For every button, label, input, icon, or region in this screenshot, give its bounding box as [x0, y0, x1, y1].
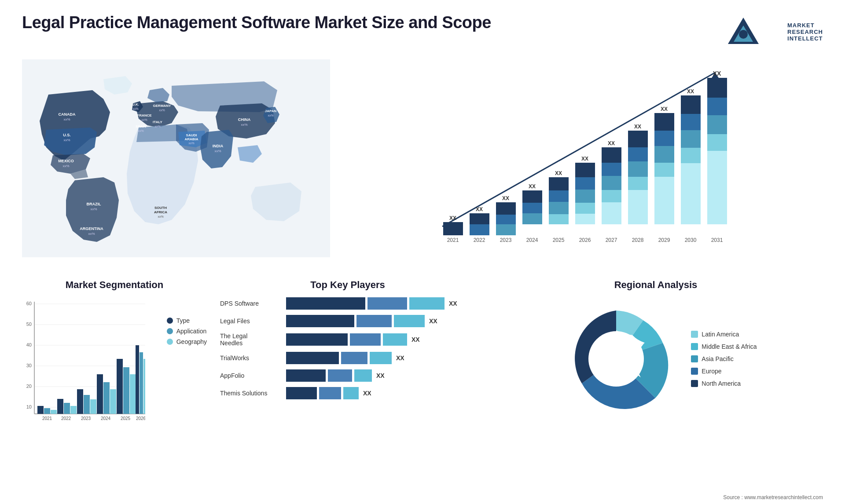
- donut-svg: [555, 297, 678, 420]
- svg-text:2029: 2029: [658, 237, 670, 243]
- svg-rect-92: [681, 148, 701, 163]
- svg-text:XX: XX: [529, 183, 536, 190]
- svg-rect-99: [707, 134, 727, 151]
- svg-rect-72: [602, 202, 621, 224]
- svg-text:2025: 2025: [121, 416, 131, 421]
- legend-type-dot: [167, 318, 173, 324]
- svg-text:xx%: xx%: [188, 142, 194, 145]
- bar-chart-svg: XX 2021 XX 2022 XX: [343, 59, 823, 253]
- player-bar-seg3-5: [354, 369, 372, 382]
- svg-rect-63: [575, 190, 595, 203]
- svg-text:xx%: xx%: [63, 117, 70, 121]
- player-xx-2: XX: [429, 318, 437, 325]
- svg-text:10: 10: [26, 404, 32, 409]
- svg-text:2023: 2023: [81, 416, 91, 421]
- svg-text:2023: 2023: [500, 237, 512, 243]
- bar-chart-container: XX 2021 XX 2022 XX: [343, 59, 823, 253]
- svg-rect-93: [681, 163, 701, 224]
- legend-application: Application: [167, 328, 207, 335]
- player-bar-1: XX: [286, 297, 475, 310]
- svg-rect-139: [143, 359, 145, 414]
- svg-rect-134: [123, 367, 129, 414]
- legend-europe: Europe: [691, 368, 757, 375]
- map-section: CANADA xx% U.S. xx% MEXICO xx% BRAZIL xx…: [22, 59, 330, 270]
- svg-rect-77: [628, 161, 648, 177]
- svg-rect-69: [602, 163, 621, 176]
- svg-rect-78: [628, 177, 648, 190]
- svg-text:2022: 2022: [474, 237, 485, 243]
- logo-line1: MARKET: [787, 22, 823, 29]
- svg-rect-70: [602, 176, 621, 190]
- svg-rect-82: [654, 113, 674, 131]
- svg-text:2028: 2028: [632, 237, 644, 243]
- svg-rect-86: [654, 177, 674, 224]
- svg-rect-89: [681, 95, 701, 114]
- svg-text:2027: 2027: [606, 237, 617, 243]
- svg-rect-79: [628, 190, 648, 224]
- svg-text:CHINA: CHINA: [238, 117, 251, 122]
- svg-text:2026: 2026: [579, 237, 591, 243]
- svg-rect-68: [602, 147, 621, 163]
- player-xx-5: XX: [376, 372, 385, 379]
- player-name-5: AppFolio: [220, 372, 282, 379]
- segmentation-legend: Type Application Geography: [167, 304, 207, 431]
- legend-latin-america: Latin America: [691, 331, 757, 338]
- svg-text:50: 50: [26, 321, 32, 327]
- svg-text:INDIA: INDIA: [213, 144, 224, 148]
- svg-text:XX: XX: [502, 195, 509, 201]
- svg-text:GERMANY: GERMANY: [153, 104, 172, 108]
- svg-rect-131: [110, 389, 116, 414]
- player-bar-seg3-4: [370, 352, 392, 364]
- legend-app-dot: [167, 328, 173, 334]
- svg-text:U.K.: U.K.: [132, 102, 139, 106]
- svg-rect-45: [496, 202, 516, 215]
- player-xx-1: XX: [449, 300, 457, 307]
- svg-rect-55: [549, 177, 569, 190]
- svg-text:2031: 2031: [711, 237, 723, 243]
- content-bottom: Market Segmentation 60 50 40 30 20 10: [22, 279, 823, 490]
- svg-rect-62: [575, 177, 595, 190]
- svg-rect-126: [84, 395, 90, 414]
- player-bar-seg2-1: [367, 297, 407, 310]
- svg-rect-138: [140, 352, 143, 414]
- svg-rect-100: [707, 151, 727, 224]
- legend-me-label: Middle East & Africa: [702, 343, 757, 350]
- svg-rect-97: [707, 98, 727, 115]
- svg-text:xx%: xx%: [241, 123, 247, 127]
- map-svg: CANADA xx% U.S. xx% MEXICO xx% BRAZIL xx…: [22, 59, 330, 257]
- logo-icon: [721, 13, 783, 51]
- regional-title: Regional Analysis: [489, 279, 823, 291]
- player-row-6: Themis Solutions XX: [220, 387, 475, 399]
- player-bar-2: XX: [286, 315, 475, 327]
- svg-rect-71: [602, 190, 621, 202]
- player-bar-6: XX: [286, 387, 475, 399]
- svg-text:40: 40: [26, 342, 32, 347]
- svg-text:SPAIN: SPAIN: [136, 124, 146, 128]
- key-players-section: Top Key Players DPS Software XX Legal Fi…: [220, 279, 475, 490]
- svg-text:SAUDI: SAUDI: [186, 133, 197, 137]
- player-row-1: DPS Software XX: [220, 297, 475, 310]
- svg-rect-119: [51, 410, 57, 414]
- svg-text:2025: 2025: [553, 237, 565, 243]
- players-list: DPS Software XX Legal Files XX: [220, 297, 475, 399]
- svg-text:2021: 2021: [447, 237, 459, 243]
- svg-rect-61: [575, 163, 595, 177]
- svg-rect-57: [549, 202, 569, 214]
- legend-na-color: [691, 380, 698, 387]
- svg-text:XX: XX: [634, 124, 641, 130]
- legend-na-label: North America: [702, 380, 741, 387]
- player-name-1: DPS Software: [220, 300, 282, 307]
- player-row-3: The LegalNeedles XX: [220, 332, 475, 347]
- svg-text:U.S.: U.S.: [63, 133, 71, 137]
- legend-eu-color: [691, 368, 698, 375]
- svg-text:20: 20: [26, 383, 32, 389]
- svg-text:xx%: xx%: [138, 129, 143, 132]
- seg-content: 60 50 40 30 20 10: [22, 297, 207, 431]
- logo-line2: RESEARCH: [787, 29, 823, 35]
- svg-text:xx%: xx%: [88, 232, 95, 236]
- svg-rect-50: [522, 190, 542, 203]
- svg-rect-96: [707, 78, 727, 98]
- player-name-2: Legal Files: [220, 318, 282, 325]
- svg-text:xx%: xx%: [154, 125, 160, 128]
- legend-ap-label: Asia Pacific: [702, 355, 733, 362]
